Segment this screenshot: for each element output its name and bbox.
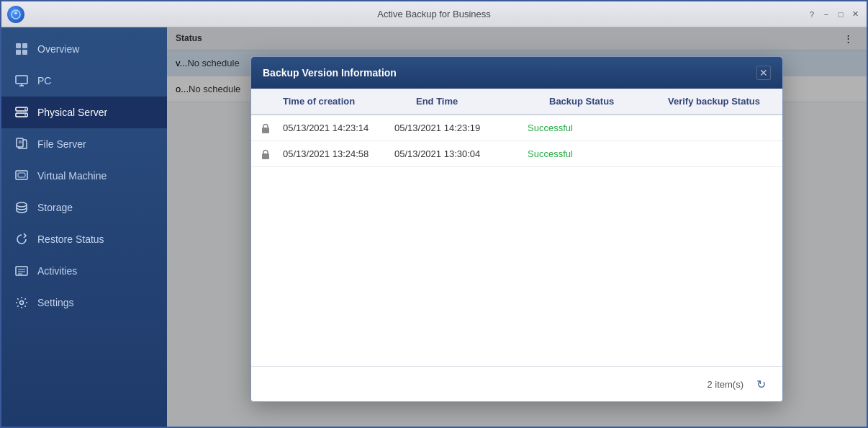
modal-overlay: Backup Version Information ✕ Time of cre…	[167, 27, 867, 427]
activities-icon	[14, 264, 29, 278]
sidebar-item-pc[interactable]: PC	[1, 65, 167, 97]
storage-icon	[14, 200, 29, 215]
row-2-end-time: 05/13/2021 13:30:04	[384, 141, 517, 166]
modal-footer: 2 item(s) ↻	[251, 366, 782, 401]
grid-icon	[14, 42, 29, 56]
server-icon	[14, 105, 29, 120]
vm-icon	[14, 169, 29, 183]
sidebar-label-physical-server: Physical Server	[37, 107, 107, 118]
sidebar-label-pc: PC	[37, 75, 51, 86]
title-bar-controls: ? − □ ✕	[806, 9, 861, 20]
sidebar-item-restore-status[interactable]: Restore Status	[1, 223, 167, 255]
restore-icon	[14, 232, 29, 246]
sidebar-label-settings: Settings	[37, 297, 74, 308]
table-body: 05/13/2021 14:23:14 05/13/2021 14:23:19 …	[251, 115, 782, 366]
app-logo	[7, 6, 24, 23]
modal-title: Backup Version Information	[263, 67, 397, 79]
modal-body: Time of creation End Time Backup Status …	[251, 89, 782, 401]
title-bar: Active Backup for Business ? − □ ✕	[1, 1, 867, 27]
th-verify-backup-status: Verify backup Status	[658, 89, 782, 114]
row-1-end-time: 05/13/2021 14:23:19	[384, 115, 517, 141]
sidebar-item-virtual-machine[interactable]: Virtual Machine	[1, 160, 167, 192]
svg-rect-17	[18, 173, 25, 177]
svg-point-11	[24, 109, 26, 110]
sidebar-item-activities[interactable]: Activities	[1, 255, 167, 287]
table-header: Time of creation End Time Backup Status …	[251, 89, 782, 115]
main-content: Overview PC	[1, 27, 867, 427]
row-2-backup-status: Successful	[517, 141, 636, 166]
sidebar-label-restore-status: Restore Status	[37, 233, 104, 245]
sidebar-item-storage[interactable]: Storage	[1, 192, 167, 223]
sidebar-item-physical-server[interactable]: Physical Server	[1, 97, 167, 128]
row-1-time: 05/13/2021 14:23:14	[273, 115, 384, 141]
sidebar-label-activities: Activities	[37, 265, 77, 277]
svg-rect-3	[22, 43, 27, 48]
file-server-icon	[14, 137, 29, 151]
svg-rect-2	[16, 43, 21, 48]
row-1-verify-status	[636, 121, 782, 135]
sidebar-label-overview: Overview	[37, 43, 79, 55]
svg-rect-5	[22, 50, 27, 55]
row-2-time: 05/13/2021 13:24:58	[273, 141, 384, 166]
backup-version-modal: Backup Version Information ✕ Time of cre…	[250, 56, 783, 402]
row-1-lock-icon	[251, 116, 273, 141]
help-button[interactable]: ?	[806, 9, 818, 20]
minimize-button[interactable]: −	[820, 9, 832, 20]
table-row[interactable]: 05/13/2021 14:23:14 05/13/2021 14:23:19 …	[251, 115, 782, 141]
svg-rect-16	[16, 171, 27, 179]
row-1-backup-status: Successful	[517, 115, 636, 141]
sidebar-item-file-server[interactable]: File Server	[1, 128, 167, 160]
svg-point-1	[14, 12, 17, 14]
sidebar-label-virtual-machine: Virtual Machine	[37, 170, 107, 182]
item-count: 2 item(s)	[707, 379, 743, 390]
app-title: Active Backup for Business	[377, 9, 491, 19]
th-icon	[251, 89, 273, 114]
row-2-lock-icon	[251, 142, 273, 166]
sidebar-label-file-server: File Server	[37, 138, 86, 150]
svg-point-18	[17, 202, 27, 207]
svg-point-23	[20, 301, 24, 305]
monitor-icon	[14, 73, 29, 88]
modal-close-button[interactable]: ✕	[756, 66, 771, 80]
refresh-button[interactable]: ↻	[751, 374, 771, 394]
th-backup-status: Backup Status	[539, 89, 658, 114]
sidebar: Overview PC	[1, 27, 167, 427]
svg-rect-4	[16, 50, 21, 55]
sidebar-item-settings[interactable]: Settings	[1, 287, 167, 318]
sidebar-label-storage: Storage	[37, 202, 73, 213]
gear-icon	[14, 295, 29, 310]
row-2-verify-status	[636, 147, 782, 161]
th-time-of-creation: Time of creation	[273, 89, 406, 114]
app-window: Active Backup for Business ? − □ ✕ Ove	[0, 0, 868, 428]
modal-header: Backup Version Information ✕	[251, 57, 782, 89]
svg-rect-25	[262, 153, 269, 159]
sidebar-item-overview[interactable]: Overview	[1, 33, 167, 65]
svg-point-12	[24, 115, 26, 116]
svg-rect-24	[262, 128, 269, 133]
maximize-button[interactable]: □	[835, 9, 846, 20]
close-button[interactable]: ✕	[849, 9, 861, 20]
th-end-time: End Time	[406, 89, 539, 114]
table-row[interactable]: 05/13/2021 13:24:58 05/13/2021 13:30:04 …	[251, 141, 782, 167]
svg-rect-6	[16, 76, 27, 84]
main-area: Status ⋮ v... No schedule o... No schedu…	[167, 27, 867, 427]
